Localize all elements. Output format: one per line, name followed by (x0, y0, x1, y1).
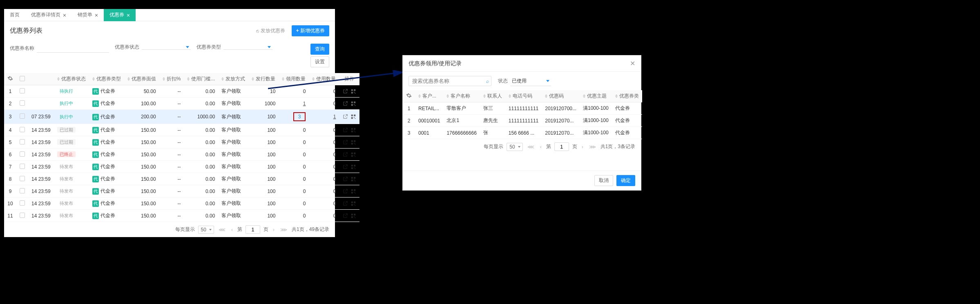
claim-qty-link[interactable]: 1 (303, 101, 306, 107)
col-coupon-type[interactable]: 优惠券类 (612, 90, 642, 102)
row-checkbox[interactable] (20, 88, 25, 93)
table-row[interactable]: 5 14 23:59 已过期 代代金券 150.00 -- 0.00 客户领取 … (4, 136, 359, 149)
pager-prev-icon[interactable]: ‹ (230, 227, 234, 233)
col-claim-qty[interactable]: 领用数量 (279, 73, 309, 85)
pager-next-icon[interactable]: › (272, 227, 276, 233)
page-input[interactable] (554, 142, 569, 151)
pager-first-icon[interactable]: ⋘ (526, 144, 536, 150)
cell-check[interactable] (16, 149, 28, 161)
cell-check[interactable] (16, 124, 28, 136)
row-checkbox[interactable] (20, 164, 25, 169)
row-checkbox[interactable] (20, 100, 25, 106)
ok-button[interactable]: 确定 (616, 175, 635, 186)
pager-prev-icon[interactable]: ‹ (539, 144, 543, 150)
per-page-select[interactable]: 50 (507, 143, 522, 151)
qr-icon[interactable] (350, 114, 356, 120)
pager-last-icon[interactable]: ⋙ (588, 144, 597, 150)
close-icon[interactable]: ✕ (630, 60, 635, 67)
table-row[interactable]: 4 14 23:59 已过期 代代金券 150.00 -- 0.00 客户领取 … (4, 124, 359, 136)
table-row[interactable]: 11 14 23:59 待发布 代代金券 150.00 -- 0.00 客户领取… (4, 210, 359, 222)
col-contact[interactable]: 联系人 (480, 90, 505, 102)
search-icon[interactable]: ⌕ (486, 78, 489, 84)
issue-coupon-button[interactable]: ⎋ 发放优惠券 (252, 26, 289, 36)
row-checkbox[interactable] (20, 200, 25, 206)
col-use-qty[interactable]: 使用数量 (309, 73, 339, 85)
row-checkbox[interactable] (20, 188, 25, 193)
col-discount[interactable]: 折扣% (159, 73, 184, 85)
open-icon[interactable] (342, 89, 348, 94)
tab-home[interactable]: 首页 (4, 9, 25, 21)
cell-check[interactable] (16, 173, 28, 185)
row-checkbox[interactable] (20, 151, 25, 157)
table-row[interactable]: 1 RETAIL... 零散客户 张三 11111111111 20191207… (403, 102, 642, 115)
table-row[interactable]: 3 07 23:59 执行中 代代金券 200.00 -- 1000.00 客户… (4, 110, 359, 124)
col-check[interactable] (16, 73, 28, 85)
row-checkbox[interactable] (20, 113, 25, 119)
close-icon[interactable] (127, 13, 130, 17)
col-cust-no[interactable]: 客户... (415, 90, 443, 102)
cell-check[interactable] (16, 197, 28, 210)
cell-check[interactable] (16, 136, 28, 149)
use-qty-link[interactable]: 1 (333, 114, 336, 120)
tab-coupon-detail[interactable]: 优惠券详情页 (25, 9, 72, 21)
cell-check[interactable] (16, 161, 28, 173)
query-button[interactable]: 查询 (310, 44, 329, 55)
table-row[interactable]: 1 待执行 代代金券 50.00 -- 0.00 客户领取 10 0 0 (4, 85, 359, 98)
table-row[interactable]: 10 14 23:59 待发布 代代金券 150.00 -- 0.00 客户领取… (4, 197, 359, 210)
col-phone[interactable]: 电话号码 (505, 90, 542, 102)
checkbox-all[interactable] (20, 76, 25, 81)
tab-coupon[interactable]: 优惠券 (104, 9, 136, 21)
col-method[interactable]: 发放方式 (218, 73, 248, 85)
cell-check[interactable] (16, 210, 28, 222)
col-cust-name[interactable]: 客户名称 (443, 90, 480, 102)
col-type[interactable]: 优惠券类型 (89, 73, 124, 85)
cell-check[interactable] (16, 110, 28, 124)
col-status[interactable]: 优惠券状态 (54, 73, 89, 85)
per-page-select[interactable]: 50 (198, 226, 214, 234)
table-row[interactable]: 2 00010001 北京1 唐先生 11111111111 201912070… (403, 115, 642, 127)
table-row[interactable]: 8 14 23:59 待发布 代代金券 150.00 -- 0.00 客户领取 … (4, 173, 359, 185)
close-icon[interactable] (63, 13, 66, 17)
cell-actions (339, 98, 359, 110)
pager-first-icon[interactable]: ⋘ (217, 227, 227, 233)
cell-check[interactable] (16, 85, 28, 98)
modal-search-input[interactable] (409, 76, 491, 86)
coupon-name-input[interactable] (37, 44, 109, 53)
cell-check[interactable] (16, 185, 28, 197)
col-threshold[interactable]: 使用门槛... (184, 73, 218, 85)
row-checkbox[interactable] (20, 127, 25, 132)
col-issue-qty[interactable]: 发行数量 (248, 73, 279, 85)
table-row[interactable]: 2 执行中 代代金券 100.00 -- 0.00 客户领取 1000 1 0 (4, 98, 359, 110)
col-label: 客户... (422, 93, 436, 99)
row-checkbox[interactable] (20, 139, 25, 144)
qr-icon[interactable] (350, 89, 356, 94)
table-row[interactable]: 9 14 23:59 待发布 代代金券 150.00 -- 0.00 客户领取 … (4, 185, 359, 197)
modal-status-select[interactable]: 已使用 (510, 76, 551, 86)
row-checkbox[interactable] (20, 176, 25, 181)
claim-qty-link[interactable]: 3 (293, 112, 306, 121)
add-coupon-button[interactable]: + 新增优惠券 (292, 25, 329, 36)
coupon-type-select[interactable] (223, 45, 272, 50)
col-face[interactable]: 优惠券面值 (124, 73, 159, 85)
col-gear[interactable] (403, 90, 415, 102)
table-row[interactable]: 7 14 23:59 待发布 代代金券 150.00 -- 0.00 客户领取 … (4, 161, 359, 173)
row-checkbox[interactable] (20, 213, 25, 218)
page-input[interactable] (246, 225, 260, 234)
sort-icon (282, 77, 284, 81)
pager-last-icon[interactable]: ⋙ (279, 227, 288, 233)
tab-sales-order[interactable]: 销货单 (72, 9, 104, 21)
table-row[interactable]: 6 14 23:59 已终止 代代金券 150.00 -- 0.00 客户领取 … (4, 149, 359, 161)
qr-icon[interactable] (350, 101, 356, 107)
cell-check[interactable] (16, 98, 28, 110)
cancel-button[interactable]: 取消 (594, 175, 613, 186)
col-subject[interactable]: 优惠主题 (580, 90, 612, 102)
open-icon[interactable] (342, 114, 348, 120)
open-icon[interactable] (342, 101, 348, 107)
col-code[interactable]: 优惠码 (542, 90, 580, 102)
col-gear[interactable] (4, 73, 16, 85)
close-icon[interactable] (95, 13, 98, 17)
table-row[interactable]: 3 0001 17666666666 张 156 6666 ... 201912… (403, 127, 642, 139)
coupon-status-select[interactable] (142, 45, 191, 50)
pager-next-icon[interactable]: › (580, 144, 585, 150)
settings-button[interactable]: 设置 (310, 56, 329, 67)
